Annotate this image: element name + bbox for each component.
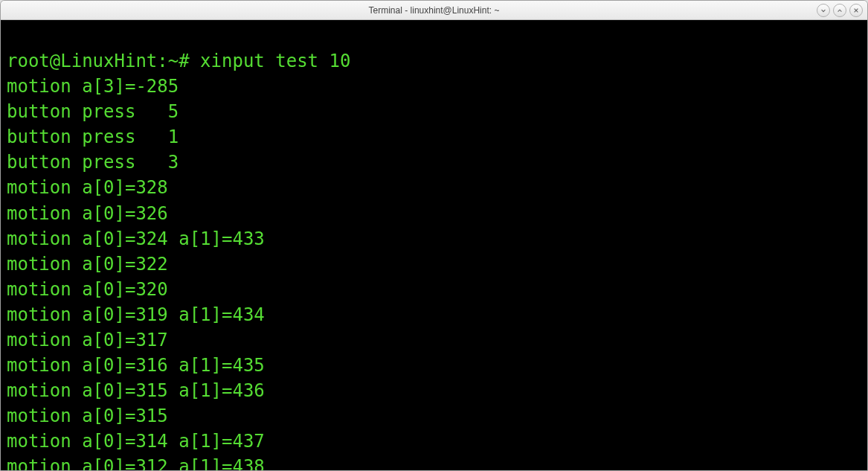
minimize-button[interactable] (817, 4, 830, 17)
output-line: motion a[0]=315 a[1]=436 (7, 378, 861, 403)
minimize-icon (820, 7, 826, 13)
output-line: motion a[0]=314 a[1]=437 (7, 429, 861, 454)
output-line: motion a[0]=316 a[1]=435 (7, 353, 861, 378)
titlebar[interactable]: Terminal - linuxhint@LinuxHint: ~ (1, 1, 867, 20)
maximize-icon (837, 7, 843, 13)
output-line: motion a[0]=315 (7, 403, 861, 429)
output-line: motion a[0]=320 (7, 277, 861, 302)
output-line: button press 5 (7, 99, 861, 124)
window-title: Terminal - linuxhint@LinuxHint: ~ (369, 5, 500, 16)
output-line: motion a[0]=322 (7, 251, 861, 277)
output-line: motion a[0]=326 (7, 201, 861, 226)
terminal-body[interactable]: root@LinuxHint:~# xinput test 10 motion … (1, 20, 867, 470)
output-container: motion a[3]=-285button press 5button pre… (7, 74, 861, 470)
output-line: motion a[0]=319 a[1]=434 (7, 302, 861, 327)
output-line: motion a[0]=324 a[1]=433 (7, 226, 861, 251)
terminal-window: Terminal - linuxhint@LinuxHint: ~ root@L… (0, 0, 868, 471)
output-line: motion a[0]=312 a[1]=438 (7, 454, 861, 470)
output-line: button press 3 (7, 150, 861, 175)
close-icon (853, 7, 859, 13)
output-line: button press 1 (7, 124, 861, 150)
close-button[interactable] (849, 4, 863, 17)
window-controls (817, 4, 863, 17)
output-line: motion a[0]=328 (7, 175, 861, 200)
output-line: motion a[0]=317 (7, 327, 861, 353)
command-text: xinput test 10 (200, 51, 350, 71)
output-line: motion a[3]=-285 (7, 74, 861, 99)
prompt-line: root@LinuxHint:~# xinput test 10 (7, 51, 350, 71)
maximize-button[interactable] (833, 4, 846, 17)
prompt: root@LinuxHint:~# (7, 51, 190, 71)
